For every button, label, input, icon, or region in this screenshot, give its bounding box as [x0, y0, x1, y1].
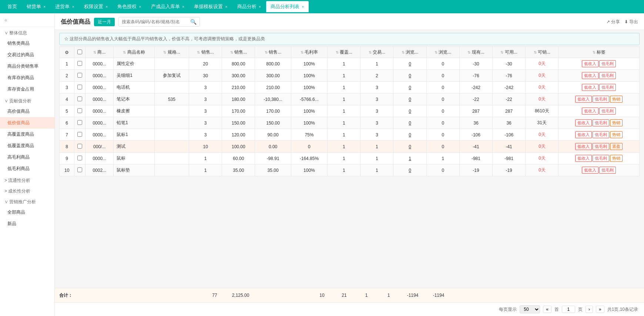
- row-browse1[interactable]: 0: [393, 117, 426, 129]
- nav-home[interactable]: 首页: [3, 1, 21, 12]
- sidebar-item-low-coverage[interactable]: 低覆盖度商品: [0, 140, 54, 152]
- row-checkbox[interactable]: [74, 105, 85, 117]
- next-page-button[interactable]: ›: [586, 306, 593, 313]
- page-size-select[interactable]: 50 100 200: [520, 305, 540, 313]
- close-icon[interactable]: ×: [72, 4, 74, 9]
- sidebar-item-stocked-products[interactable]: 有库存的商品: [0, 72, 54, 84]
- row-checkbox[interactable]: [74, 141, 85, 153]
- name-col-header[interactable]: ⇅ 商品名称: [114, 47, 155, 58]
- row-checkbox[interactable]: [74, 164, 85, 176]
- row-browse1[interactable]: 0: [393, 129, 426, 141]
- browse-link[interactable]: 0: [409, 61, 411, 67]
- sidebar-item-sales-products[interactable]: 销售类商品: [0, 38, 54, 49]
- close-icon[interactable]: ×: [139, 4, 141, 9]
- close-icon[interactable]: ×: [182, 4, 184, 9]
- sales-amt1-col-header[interactable]: ⇅ 销售...: [222, 47, 255, 58]
- sidebar-group-overall[interactable]: ∨ 整体信息: [0, 27, 54, 38]
- sidebar-item-high-margin[interactable]: 高毛利商品: [0, 152, 54, 163]
- nav-product-analysis-list[interactable]: 商品分析列表 ×: [266, 1, 308, 12]
- browse-link[interactable]: 0: [409, 97, 411, 102]
- code-col-header[interactable]: ⇅ 商...: [85, 47, 114, 58]
- nav-permissions[interactable]: 权限设置 ×: [80, 1, 112, 12]
- row-browse1[interactable]: 0: [393, 70, 426, 82]
- row-browse1[interactable]: 0: [393, 105, 426, 117]
- browse-link[interactable]: 0: [409, 144, 411, 149]
- sidebar-collapse-btn[interactable]: «: [3, 16, 9, 24]
- browse-link[interactable]: 1: [409, 156, 411, 161]
- spec-col-header[interactable]: ⇅ 规格...: [154, 47, 189, 58]
- browse-link[interactable]: 0: [409, 120, 411, 126]
- nav-product-instock[interactable]: 产成品入库单 ×: [147, 1, 189, 12]
- row-checkbox[interactable]: [74, 129, 85, 141]
- row-checkbox[interactable]: [74, 58, 85, 70]
- sidebar-item-traded-products[interactable]: 交易过的商品: [0, 49, 54, 61]
- sidebar-item-high-value[interactable]: 高价值商品: [0, 106, 54, 117]
- browse2-col-header[interactable]: ⇅ 浏览...: [426, 47, 459, 58]
- last-page-button[interactable]: »: [596, 306, 604, 313]
- row-select-checkbox[interactable]: [77, 167, 82, 172]
- sidebar-item-low-value[interactable]: 低价值商品: [0, 117, 54, 129]
- row-browse1[interactable]: 0: [393, 141, 426, 153]
- sidebar-item-all-products[interactable]: 全部商品: [0, 207, 54, 218]
- browse-link[interactable]: 0: [409, 73, 411, 78]
- row-browse1[interactable]: 1: [393, 153, 426, 164]
- row-select-checkbox[interactable]: [77, 61, 82, 66]
- page-number-input[interactable]: [562, 306, 575, 313]
- sidebar-item-stock-capital[interactable]: 库存资金占用: [0, 84, 54, 95]
- close-icon[interactable]: ×: [225, 4, 227, 9]
- trade-col-header[interactable]: ⇅ 交易...: [360, 47, 393, 58]
- tags-col-header[interactable]: ⇅ 标签: [559, 47, 640, 58]
- row-checkbox[interactable]: [74, 117, 85, 129]
- sidebar-item-category-rate[interactable]: 商品分类销售率: [0, 61, 54, 72]
- coverage-col-header[interactable]: ⇅ 覆盖...: [328, 47, 360, 58]
- row-browse1[interactable]: 0: [393, 164, 426, 176]
- row-select-checkbox[interactable]: [77, 108, 82, 113]
- available-col-header[interactable]: ⇅ 可用...: [493, 47, 526, 58]
- nav-product-analysis[interactable]: 商品分析 ×: [233, 1, 265, 12]
- row-select-checkbox[interactable]: [77, 73, 82, 78]
- row-select-checkbox[interactable]: [77, 144, 82, 149]
- sidebar-item-new-products[interactable]: 新品: [0, 218, 54, 230]
- current-stock-col-header[interactable]: ⇅ 现有...: [459, 47, 492, 58]
- nav-sales-order[interactable]: 销货单 ×: [22, 1, 50, 12]
- close-icon[interactable]: ×: [259, 4, 261, 9]
- close-icon[interactable]: ×: [43, 4, 46, 9]
- sidebar-item-high-coverage[interactable]: 高覆盖度商品: [0, 129, 54, 140]
- row-checkbox[interactable]: [74, 153, 85, 164]
- browse-link[interactable]: 0: [409, 85, 411, 90]
- row-select-checkbox[interactable]: [77, 96, 82, 101]
- browse-link[interactable]: 0: [409, 168, 411, 173]
- sales-amt2-col-header[interactable]: ⇅ 销售...: [255, 47, 291, 58]
- row-select-checkbox[interactable]: [77, 85, 82, 89]
- export-button[interactable]: ⬇ 导出: [624, 19, 638, 25]
- row-select-checkbox[interactable]: [77, 120, 82, 125]
- nav-template-settings[interactable]: 单据模板设置 ×: [189, 1, 232, 12]
- sidebar-group-marketing[interactable]: ∨ 营销推广分析: [0, 196, 54, 207]
- row-browse1[interactable]: 0: [393, 82, 426, 94]
- row-browse1[interactable]: 0: [393, 58, 426, 70]
- sales-qty-col-header[interactable]: ⇅ 销售...: [189, 47, 222, 58]
- first-page-button[interactable]: «: [543, 306, 551, 313]
- row-checkbox[interactable]: [74, 70, 85, 82]
- saleable-col-header[interactable]: ⇅ 可销...: [526, 47, 559, 58]
- date-filter-button[interactable]: 近一月: [94, 18, 115, 26]
- browse1-col-header[interactable]: ⇅ 浏览...: [393, 47, 426, 58]
- close-icon[interactable]: ×: [105, 4, 108, 9]
- select-all-checkbox[interactable]: [77, 50, 82, 54]
- search-icon[interactable]: 🔍: [190, 19, 197, 25]
- nav-purchase-order[interactable]: 进货单 ×: [51, 1, 78, 12]
- nav-role-auth[interactable]: 角色授权 ×: [113, 1, 145, 12]
- browse-link[interactable]: 0: [409, 132, 411, 137]
- search-input[interactable]: [122, 19, 188, 24]
- row-select-checkbox[interactable]: [77, 156, 82, 160]
- sidebar-item-low-margin[interactable]: 低毛利商品: [0, 163, 54, 174]
- row-checkbox[interactable]: [74, 94, 85, 105]
- sidebar-group-flow[interactable]: > 流通性分析: [0, 174, 54, 185]
- browse-link[interactable]: 0: [409, 109, 411, 114]
- sidebar-group-growth[interactable]: > 成长性分析: [0, 185, 54, 196]
- checkbox-col-header[interactable]: [74, 47, 85, 58]
- gross-margin-col-header[interactable]: ⇅ 毛利率: [291, 47, 327, 58]
- row-checkbox[interactable]: [74, 82, 85, 94]
- row-browse1[interactable]: 0: [393, 94, 426, 105]
- row-select-checkbox[interactable]: [77, 132, 82, 137]
